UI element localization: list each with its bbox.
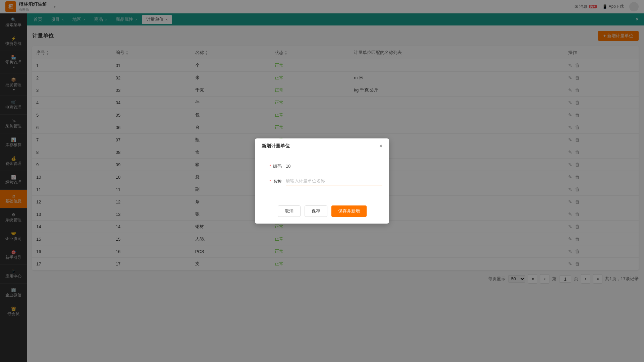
- required-mark-name: *: [269, 179, 271, 184]
- save-button[interactable]: 保存: [305, 205, 327, 217]
- cancel-button[interactable]: 取消: [278, 205, 301, 217]
- form-row-name: * 名称: [262, 177, 382, 185]
- add-unit-modal: 新增计量单位 × * 编码 * 名称 取消 保存 保存并新增: [255, 138, 389, 224]
- modal-footer: 取消 保存 保存并新增: [255, 200, 389, 224]
- modal-close-btn[interactable]: ×: [379, 143, 382, 149]
- code-input[interactable]: [286, 162, 382, 170]
- modal-title: 新增计量单位: [262, 143, 290, 149]
- code-label: * 编码: [262, 163, 282, 169]
- modal-overlay[interactable]: 新增计量单位 × * 编码 * 名称 取消 保存 保存并新增: [0, 0, 644, 362]
- required-mark: *: [269, 164, 271, 169]
- form-row-code: * 编码: [262, 162, 382, 170]
- modal-body: * 编码 * 名称: [255, 154, 389, 200]
- modal-header: 新增计量单位 ×: [255, 138, 389, 154]
- name-input[interactable]: [286, 177, 382, 185]
- save-new-button[interactable]: 保存并新增: [331, 205, 367, 217]
- name-label: * 名称: [262, 178, 282, 184]
